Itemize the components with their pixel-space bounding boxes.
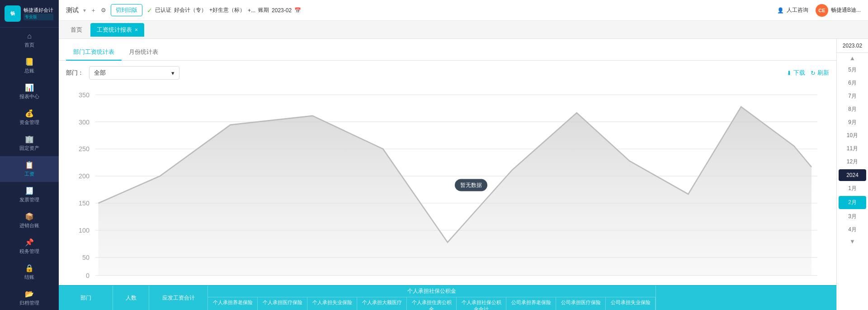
date-item-12月[interactable]: 12月 [837,155,868,168]
th-sub-个人承担失业保险: 个人承担失业保险 [307,297,357,310]
chart-svg: 350 300 250 200 150 100 50 0 [66,89,829,281]
sub-tabs: 部门工资统计表月份统计表 [59,39,836,61]
archive-label: 归档管理 [19,300,39,306]
refresh-label: 刷新 [817,69,829,77]
avatar: CE [816,4,828,17]
date-item-5月[interactable]: 5月 [837,63,868,76]
sidebar-item-archive[interactable]: 📂 归档管理 [0,285,59,310]
reports-label: 报表中心 [19,93,39,100]
topbar-plus[interactable]: ＋ [90,6,96,14]
svg-text:50: 50 [82,254,90,261]
date-item-3月[interactable]: 3月 [837,210,868,223]
th-sub-公司承担医疗保险: 公司承担医疗保险 [556,297,606,310]
switch-old-btn[interactable]: 切到旧版 [111,4,142,16]
sidebar-item-funds[interactable]: 💰 资金管理 [0,105,59,130]
th-group-social: 个人承担社保公积金个人承担养老保险个人承担医疗保险个人承担失业保险个人承担大额医… [208,286,656,310]
period-value: 2023-02 [272,7,292,14]
sub-tab-monthly[interactable]: 月份统计表 [122,44,165,61]
sidebar-item-assets[interactable]: 🏢 固定资产 [0,130,59,156]
dept-select[interactable]: 全部 ▾ [89,66,179,80]
refresh-btn[interactable]: ↻ 刷新 [811,69,829,77]
funds-icon: 💰 [25,109,34,118]
th-部门: 部门 [59,286,113,310]
tab-payroll-report[interactable]: 工资统计报表 × [90,23,144,37]
svg-text:100: 100 [79,227,90,234]
sidebar-item-ledger[interactable]: 📒 总账 [0,53,59,79]
tab-label: 工资统计报表 [97,26,132,34]
sales-label: 进销台账 [19,222,39,229]
tax-icon: 📌 [25,238,34,247]
th-sub-个人承担住房公积金: 个人承担住房公积金 [407,297,457,310]
user-profile[interactable]: CE 畅捷通B迪... [816,4,861,17]
period-label: 账期 [258,6,269,14]
svg-text:350: 350 [79,91,90,98]
svg-text:0: 0 [86,272,90,279]
ai-label: 人工咨询 [787,6,808,14]
date-scroll-down[interactable]: ▼ [837,236,868,247]
ai-icon: 👤 [777,7,784,14]
th-sub-个人承担养老保险: 个人承担养老保险 [208,297,258,310]
download-btn[interactable]: ⬇ 下载 [787,69,805,77]
date-item-9月[interactable]: 9月 [837,116,868,129]
sub-tab-dept[interactable]: 部门工资统计表 [66,44,122,61]
topbar: 测试 ▾ ＋ ⚙ 切到旧版 ✓ 已认证 好会计（专） +好生意（标） +... … [59,0,868,21]
logo-badge: 专业版 [24,14,53,20]
logo-icon: 畅 [5,5,21,22]
sidebar-item-payroll[interactable]: 📋 工资 [0,156,59,182]
th-sub-公司承担失业保险: 公司承担失业保险 [606,297,656,310]
date-item-6月[interactable]: 6月 [837,76,868,90]
th-应发工资合计: 应发工资合计 [149,286,208,310]
date-item-10月[interactable]: 10月 [837,129,868,142]
th-sub-个人承担社保公积金合计: 个人承担社保公积金合计 [457,297,506,310]
topbar-right: 👤 人工咨询 CE 畅捷通B迪... [777,4,861,17]
date-panel-header: 2023.02 [837,39,868,53]
payroll-icon: 📋 [25,161,34,169]
sidebar-item-invoice[interactable]: 🧾 发票管理 [0,182,59,208]
ledger-label: 总账 [24,67,34,74]
topbar-status: ✓ 已认证 好会计（专） +好生意（标） +... 账期 2023-02 📅 [147,6,301,14]
date-item-2024[interactable]: 2024 [839,169,866,181]
toolbar-actions: ⬇ 下载 ↻ 刷新 [787,69,829,77]
date-item-11月[interactable]: 11月 [837,142,868,155]
ai-consult[interactable]: 👤 人工咨询 [777,6,808,14]
refresh-icon: ↻ [811,70,816,76]
dept-value: 全部 [94,69,106,77]
tab-home[interactable]: 首页 [64,23,89,37]
select-arrow-icon: ▾ [171,70,175,76]
table-header: 部门人数应发工资合计个人承担社保公积金个人承担养老保险个人承担医疗保险个人承担失… [59,285,836,310]
date-item-1月[interactable]: 1月 [837,182,868,195]
th-sub-公司承担养老保险: 公司承担养老保险 [506,297,556,310]
date-panel: 2023.02 ▲ 5月6月7月8月9月10月11月12月20241月2月3月4… [836,39,868,310]
closing-icon: 🔒 [25,264,34,272]
home-icon: ⌂ [27,32,32,40]
invoice-label: 发票管理 [19,196,39,203]
sidebar-nav: ⌂ 首页📒 总账📊 报表中心💰 资金管理🏢 固定资产📋 工资🧾 发票管理📦 进销… [0,28,59,310]
invoice-icon: 🧾 [25,186,34,195]
topbar-arrow: ▾ [83,7,86,14]
topbar-settings[interactable]: ⚙ [101,7,106,14]
sidebar-item-tax[interactable]: 📌 税务管理 [0,234,59,259]
date-item-4月[interactable]: 4月 [837,223,868,236]
date-item-2月[interactable]: 2月 [839,196,866,209]
home-label: 首页 [24,42,34,48]
sidebar-item-home[interactable]: ⌂ 首页 [0,28,59,53]
content-panel: 部门工资统计表月份统计表 部门： 全部 ▾ ⬇ 下载 ↻ 刷新 [59,39,836,310]
sidebar-item-reports[interactable]: 📊 报表中心 [0,79,59,105]
date-item-7月[interactable]: 7月 [837,90,868,103]
tab-close-btn[interactable]: × [135,27,138,33]
status-verified: 已认证 [155,6,171,14]
sidebar-item-closing[interactable]: 🔒 结账 [0,259,59,285]
toolbar: 部门： 全部 ▾ ⬇ 下载 ↻ 刷新 [59,61,836,85]
status-product1: 好会计（专） [174,6,207,14]
date-scroll-up[interactable]: ▲ [837,53,868,63]
assets-label: 固定资产 [19,145,39,152]
date-item-8月[interactable]: 8月 [837,103,868,116]
th-sub-个人承担大额医疗: 个人承担大额医疗 [357,297,407,310]
tax-label: 税务管理 [19,248,39,255]
calendar-icon[interactable]: 📅 [294,7,301,14]
svg-text:150: 150 [79,200,90,207]
topbar-title: 测试 [66,6,79,14]
page-area: 部门工资统计表月份统计表 部门： 全部 ▾ ⬇ 下载 ↻ 刷新 [59,39,868,310]
th-人数: 人数 [113,286,149,310]
sidebar-item-sales[interactable]: 📦 进销台账 [0,208,59,234]
